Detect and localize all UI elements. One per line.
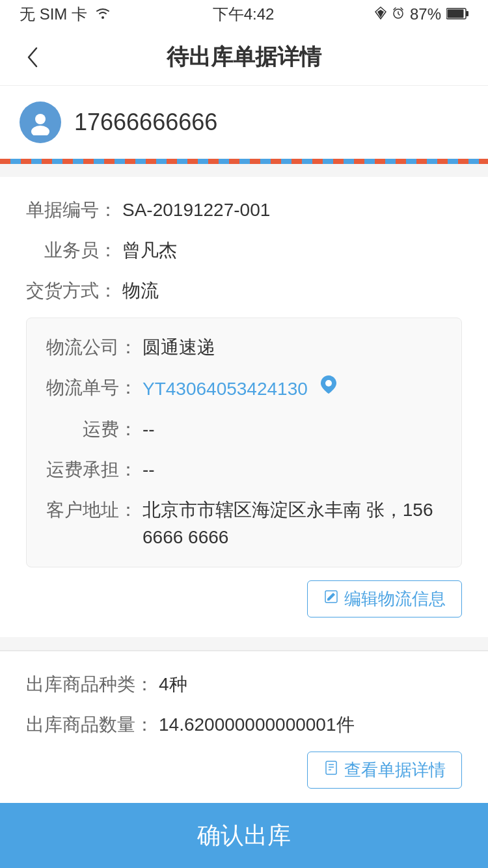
- company-value: 圆通速递: [142, 334, 442, 361]
- delivery-row: 交货方式： 物流: [26, 277, 462, 305]
- confirm-outbound-button[interactable]: 确认出库: [0, 803, 488, 868]
- tracking-row: 物流单号： YT43064053424130: [46, 374, 442, 403]
- order-no-label: 单据编号：: [26, 197, 117, 224]
- location-status-icon: [375, 5, 386, 23]
- battery-label: 87%: [410, 5, 441, 23]
- address-value: 北京市市辖区海淀区永丰南 张，156 6666 6666: [142, 496, 442, 551]
- battery-icon: [446, 5, 468, 23]
- tracking-value: YT43064053424130: [142, 374, 442, 403]
- avatar: [20, 102, 61, 143]
- freight-bearer-row: 运费承担： --: [46, 456, 442, 483]
- svg-rect-9: [326, 761, 336, 774]
- svg-rect-3: [466, 11, 468, 16]
- goods-types-value: 4种: [159, 671, 462, 698]
- confirm-label: 确认出库: [197, 820, 291, 852]
- document-icon: [323, 760, 339, 780]
- edit-icon: [323, 589, 339, 609]
- delivery-value: 物流: [122, 277, 462, 305]
- goods-quantity-row: 出库商品数量： 14.620000000000001件: [26, 711, 462, 739]
- view-details-label: 查看单据详情: [344, 759, 446, 781]
- alarm-status-icon: [392, 5, 405, 23]
- tracking-label: 物流单号：: [46, 374, 137, 401]
- edit-logistics-button[interactable]: 编辑物流信息: [307, 580, 462, 617]
- location-pin-icon[interactable]: [319, 374, 338, 395]
- svg-rect-4: [448, 10, 464, 18]
- address-label: 客户地址：: [46, 496, 137, 524]
- freight-label: 运费：: [46, 416, 137, 443]
- goods-quantity-value: 14.620000000000001件: [159, 711, 462, 739]
- order-no-row: 单据编号： SA-20191227-001: [26, 197, 462, 224]
- page-title: 待出库单据详情: [167, 42, 321, 72]
- goods-quantity-label: 出库商品数量：: [26, 711, 154, 739]
- wifi-icon: [94, 5, 112, 23]
- salesman-value: 曾凡杰: [122, 237, 462, 264]
- dashed-divider: [0, 159, 488, 164]
- goods-types-row: 出库商品种类： 4种: [26, 671, 462, 698]
- company-row: 物流公司： 圆通速递: [46, 334, 442, 361]
- delivery-label: 交货方式：: [26, 277, 117, 305]
- customer-header: 17666666666: [0, 86, 488, 159]
- address-row: 客户地址： 北京市市辖区海淀区永丰南 张，156 6666 6666: [46, 496, 442, 551]
- goods-section: 出库商品种类： 4种 出库商品数量： 14.620000000000001件 查…: [0, 651, 488, 808]
- back-button[interactable]: [20, 44, 46, 70]
- basic-info-section: 单据编号： SA-20191227-001 业务员： 曾凡杰 交货方式： 物流 …: [0, 177, 488, 637]
- time-label: 下午4:42: [213, 4, 275, 25]
- nav-bar: 待出库单据详情: [0, 29, 488, 86]
- freight-bearer-value: --: [142, 456, 442, 483]
- company-label: 物流公司：: [46, 334, 137, 361]
- logistics-card: 物流公司： 圆通速递 物流单号： YT43064053424130 运费：: [26, 318, 462, 567]
- svg-point-6: [31, 126, 49, 135]
- freight-value: --: [142, 416, 442, 443]
- carrier-label: 无 SIM 卡: [20, 4, 87, 25]
- freight-row: 运费： --: [46, 416, 442, 443]
- view-details-button[interactable]: 查看单据详情: [307, 752, 462, 789]
- salesman-label: 业务员：: [26, 237, 117, 264]
- freight-bearer-label: 运费承担：: [46, 456, 137, 483]
- order-no-value: SA-20191227-001: [122, 197, 462, 224]
- salesman-row: 业务员： 曾凡杰: [26, 237, 462, 264]
- goods-types-label: 出库商品种类：: [26, 671, 154, 698]
- svg-point-0: [102, 16, 104, 19]
- customer-phone: 17666666666: [74, 109, 217, 136]
- svg-point-5: [35, 114, 46, 124]
- edit-logistics-label: 编辑物流信息: [344, 588, 446, 610]
- status-bar: 无 SIM 卡 下午4:42 87%: [0, 0, 488, 29]
- svg-point-7: [325, 380, 332, 387]
